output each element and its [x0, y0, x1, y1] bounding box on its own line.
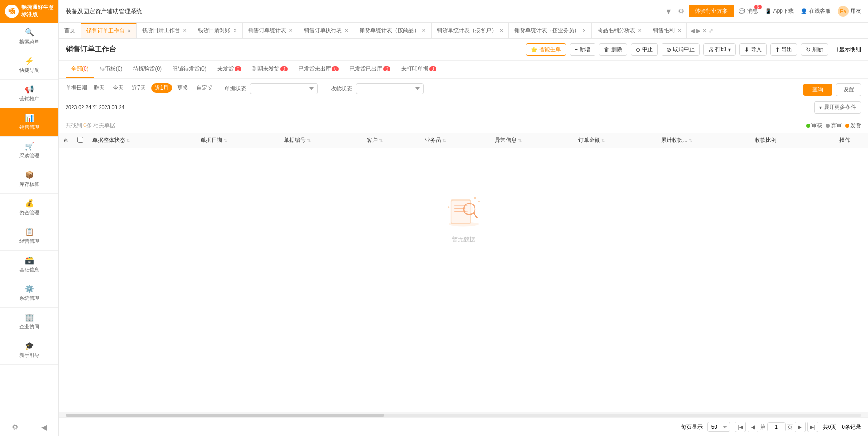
- filter-date-1month[interactable]: 近1月: [151, 83, 173, 93]
- sub-tab-all[interactable]: 全部(0): [66, 61, 94, 78]
- export-btn[interactable]: ⬆ 导出: [770, 43, 797, 56]
- import-btn[interactable]: ⬇ 导入: [739, 43, 767, 56]
- sidebar-item-quicknav[interactable]: ⚡ 快捷导航: [0, 51, 58, 80]
- cancel-pause-btn[interactable]: ⊘ 取消中止: [662, 43, 700, 56]
- sidebar-item-sales[interactable]: 📊 销售管理: [0, 108, 58, 137]
- sort-icon-customer[interactable]: ⇅: [379, 138, 383, 143]
- smart-gen-btn[interactable]: ⭐ 智能生单: [526, 43, 566, 56]
- app-download-btn[interactable]: 📱 App下载: [765, 7, 794, 15]
- sidebar-item-inventory[interactable]: 📦 库存核算: [0, 165, 58, 194]
- filter-date-custom[interactable]: 自定义: [194, 83, 216, 93]
- tab-home[interactable]: 首页: [59, 23, 81, 39]
- tab-close-icon-9[interactable]: ✕: [638, 28, 642, 33]
- pause-btn[interactable]: ⊙ 中止: [631, 43, 658, 56]
- sort-icon-abnormal[interactable]: ⇅: [518, 138, 522, 143]
- tab-close-icon-10[interactable]: ✕: [677, 28, 681, 33]
- online-service-btn[interactable]: 👤 在线客服: [801, 7, 831, 15]
- sidebar-item-marketing[interactable]: 📢 营销推广: [0, 80, 58, 108]
- th-settings[interactable]: ⚙: [59, 133, 73, 148]
- sub-tab-overdue[interactable]: 到期未发货0: [247, 61, 293, 78]
- tab-cash-daily[interactable]: 钱货日清工作台 ✕: [137, 23, 192, 39]
- expand-more-btn[interactable]: ▾ 展开更多条件: [814, 101, 861, 114]
- filter-date-more[interactable]: 更多: [175, 83, 191, 93]
- sidebar-item-company[interactable]: 🏢 企业协同: [0, 308, 58, 336]
- tab-close-icon-4[interactable]: ✕: [289, 28, 293, 33]
- sidebar-settings-btn[interactable]: ⚙: [12, 423, 18, 431]
- sort-icon-collected[interactable]: ⇅: [689, 138, 692, 143]
- filter-status-select[interactable]: [250, 83, 318, 94]
- industry-btn[interactable]: 体验行业方案: [689, 5, 734, 17]
- sidebar-item-ops[interactable]: 📋 经营管理: [0, 222, 58, 251]
- filter-date-yesterday[interactable]: 昨天: [91, 83, 107, 93]
- sidebar-item-purchase[interactable]: 🛒 采购管理: [0, 137, 58, 165]
- sort-icon-status[interactable]: ⇅: [126, 138, 130, 143]
- message-btn[interactable]: 💬 6 消息: [739, 7, 758, 15]
- user-area[interactable]: Ea 用友: [838, 6, 861, 17]
- tabs-next-icon[interactable]: ▶: [696, 28, 700, 34]
- print-btn[interactable]: 🖨 打印 ▾: [703, 43, 736, 56]
- tabs-close-all-icon[interactable]: ✕: [702, 28, 707, 34]
- tab-gross-profit[interactable]: 商品毛利分析表 ✕: [592, 23, 647, 39]
- show-detail-label[interactable]: 显示明细: [832, 46, 861, 53]
- filter-payment-select[interactable]: [356, 83, 424, 94]
- sort-icon-staff[interactable]: ⇅: [442, 138, 446, 143]
- tab-sales-by-staff[interactable]: 销货单统计表（按业务员） ✕: [509, 23, 592, 39]
- sub-tab-pending-review[interactable]: 待审核(0): [94, 61, 128, 78]
- sub-tab-wangpu-ship[interactable]: 旺铺待发货(0): [167, 61, 212, 78]
- scrollbar-area[interactable]: [59, 412, 868, 417]
- tab-cash-reconcile[interactable]: 钱货日清对账 ✕: [192, 23, 243, 39]
- sub-tab-shipped-not-out[interactable]: 已发货未出库0: [293, 61, 345, 78]
- next-page-btn[interactable]: ▶: [795, 422, 806, 432]
- sidebar-collapse-btn[interactable]: ◀: [41, 423, 47, 431]
- ship-action-btn[interactable]: 发货: [845, 122, 861, 129]
- first-page-btn[interactable]: |◀: [735, 422, 746, 432]
- sidebar-item-search[interactable]: 🔍 搜索菜单: [0, 23, 58, 51]
- scroll-thumb[interactable]: [66, 414, 384, 417]
- tab-close-icon-5[interactable]: ✕: [345, 28, 348, 33]
- tab-close-icon-2[interactable]: ✕: [183, 28, 187, 33]
- tab-sales-by-product[interactable]: 销货单统计表（按商品） ✕: [354, 23, 432, 39]
- sub-tab-pending-inspect[interactable]: 待拣验货(0): [128, 61, 167, 78]
- scroll-track[interactable]: [66, 414, 861, 417]
- query-btn[interactable]: 查询: [803, 84, 832, 96]
- system-settings-icon[interactable]: ⚙: [678, 7, 684, 15]
- tab-close-icon-3[interactable]: ✕: [233, 28, 237, 33]
- add-btn[interactable]: + 新增: [570, 43, 595, 56]
- sidebar-item-guide[interactable]: 🎓 新手引导: [0, 336, 58, 365]
- refresh-btn[interactable]: ↻ 刷新: [801, 43, 828, 56]
- sub-tab-unprinted[interactable]: 未打印单据0: [396, 61, 442, 78]
- sub-tab-shipped-out[interactable]: 已发货已出库0: [344, 61, 396, 78]
- tab-sales-profit[interactable]: 销售毛利 ✕: [647, 23, 687, 39]
- tab-sales-by-customer[interactable]: 销货单统计表（按客户） ✕: [432, 23, 509, 39]
- system-dropdown-icon[interactable]: ▾: [667, 6, 671, 16]
- sidebar-item-basic[interactable]: 🗃️ 基础信息: [0, 251, 58, 279]
- tab-close-icon[interactable]: ✕: [127, 28, 131, 33]
- filter-date-today[interactable]: 今天: [110, 83, 126, 93]
- th-checkbox[interactable]: [73, 133, 88, 148]
- delete-btn[interactable]: 🗑 删除: [599, 43, 627, 56]
- sort-icon-date[interactable]: ⇅: [224, 138, 227, 143]
- sidebar-item-system[interactable]: ⚙️ 系统管理: [0, 279, 58, 308]
- sort-icon-amount[interactable]: ⇅: [601, 138, 605, 143]
- tabs-expand-icon[interactable]: ⤢: [709, 28, 713, 34]
- filter-date-7days[interactable]: 近7天: [129, 83, 149, 93]
- last-page-btn[interactable]: ▶|: [807, 422, 818, 432]
- show-detail-checkbox[interactable]: [832, 47, 838, 52]
- sub-tab-unshipped[interactable]: 未发货0: [212, 61, 247, 78]
- page-input[interactable]: [767, 422, 786, 431]
- review-action-btn[interactable]: 审核: [806, 122, 822, 129]
- tabs-prev-icon[interactable]: ◀: [691, 28, 695, 34]
- sidebar-item-finance[interactable]: 💰 资金管理: [0, 194, 58, 222]
- tab-close-icon-7[interactable]: ✕: [499, 28, 503, 33]
- prev-page-btn[interactable]: ◀: [748, 422, 758, 432]
- cancel-review-action-btn[interactable]: 弃审: [826, 122, 842, 129]
- per-page-select[interactable]: 50 10 20 100: [707, 422, 730, 432]
- tab-sales-exec[interactable]: 销售订单执行表 ✕: [298, 23, 354, 39]
- select-all-checkbox[interactable]: [77, 137, 83, 143]
- tab-sales-stats[interactable]: 销售订单统计表 ✕: [243, 23, 298, 39]
- tab-close-icon-6[interactable]: ✕: [422, 28, 426, 33]
- tab-close-icon-8[interactable]: ✕: [582, 28, 586, 33]
- set-btn[interactable]: 设置: [836, 83, 861, 96]
- tab-sales-order-workbench[interactable]: 销售订单工作台 ✕: [81, 23, 137, 39]
- sort-icon-number[interactable]: ⇅: [307, 138, 311, 143]
